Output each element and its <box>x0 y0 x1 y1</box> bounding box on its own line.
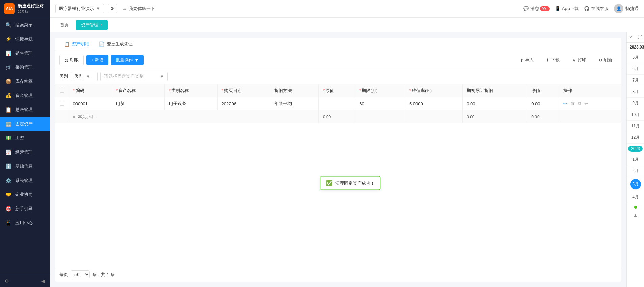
user-action[interactable]: 👤 畅捷通 <box>614 4 639 13</box>
delete-icon[interactable]: 🗑 <box>571 101 575 106</box>
sidebar-item-label: 库存核算 <box>15 78 33 85</box>
tip-text: 我要体验一下 <box>129 6 155 12</box>
th-buy-date: *购买日期 <box>217 84 270 97</box>
month-11[interactable]: 11月 <box>627 121 644 132</box>
app-download-action[interactable]: 📱 App下载 <box>555 6 579 12</box>
sidebar-item-ledger[interactable]: 📋 总账管理 <box>0 103 50 117</box>
sidebar-item-guide[interactable]: 🎯 新手引导 <box>0 202 50 216</box>
th-checkbox <box>55 84 69 97</box>
filter-input-arrow-icon: ▼ <box>160 74 164 79</box>
print-icon: 🖨 <box>572 58 576 63</box>
sub-tab-voucher[interactable]: 📄 变更生成凭证 <box>94 38 137 51</box>
edit-icon[interactable]: ✏ <box>563 101 567 106</box>
toolbar: ⚖ 对账 + 新增 批量操作 ▼ ⬆ 导入 <box>55 51 621 69</box>
system-icon: ⚙️ <box>5 178 12 184</box>
month-12[interactable]: 12月 <box>627 132 644 144</box>
batch-button[interactable]: 批量操作 ▼ <box>111 55 144 65</box>
batch-label: 批量操作 <box>116 57 133 63</box>
settings-bottom-icon[interactable]: ⚙ <box>5 278 9 284</box>
month-dot-icon <box>634 206 637 209</box>
table-row: 000001 电脑 电子设备 202206 年限平均 60 5.0000 0.0… <box>55 97 621 110</box>
month-9[interactable]: 9月 <box>627 98 644 109</box>
th-residual-rate: *残值率(%) <box>405 84 462 97</box>
th-action: 操作 <box>559 84 621 97</box>
th-net-value: 净值 <box>527 84 559 97</box>
sidebar-logo: AtA 畅捷通好业财 普及版 <box>0 0 50 18</box>
collapse-icon[interactable]: ◀ <box>41 278 45 284</box>
account-button[interactable]: ⚖ 对账 <box>59 55 84 65</box>
message-action[interactable]: 💬 消息 99+ <box>523 6 550 12</box>
message-badge: 99+ <box>540 6 550 11</box>
td-subtotal-period-empty <box>355 110 405 123</box>
sidebar-item-sales[interactable]: 📊 销售管理 <box>0 46 50 60</box>
print-button[interactable]: 🖨 打印 <box>567 55 591 65</box>
enterprise-icon: 🤝 <box>5 192 12 198</box>
batch-arrow-icon: ▼ <box>134 58 139 63</box>
sidebar-item-funds[interactable]: 💰 资金管理 <box>0 89 50 103</box>
td-buy-date: 202206 <box>217 97 270 110</box>
month-up-icon[interactable]: ▲ <box>633 213 638 218</box>
online-service-action[interactable]: 🎧 在线客服 <box>584 6 609 12</box>
sidebar-item-operations[interactable]: 📈 经营管理 <box>0 145 50 159</box>
sidebar-item-label: 采购管理 <box>15 64 33 70</box>
th-period: *期限(月) <box>355 84 405 97</box>
td-code: 000001 <box>69 97 112 110</box>
month-4[interactable]: 4月 <box>627 192 644 203</box>
td-name: 电脑 <box>112 97 165 110</box>
company-selector[interactable]: 医疗器械行业演示 ▼ <box>55 4 104 13</box>
panel-expand-icon[interactable]: ⛶ <box>638 35 642 40</box>
tab-asset-mgmt[interactable]: 资产管理 × <box>76 20 108 30</box>
tab-close-icon[interactable]: × <box>100 23 103 27</box>
category-input[interactable]: 请选择固定资产类别 ▼ <box>100 72 168 81</box>
quick-nav-icon: ⚡ <box>5 36 12 42</box>
tab-asset-label: 资产管理 <box>81 22 98 28</box>
per-page-label: 每页 <box>59 272 68 278</box>
sidebar-item-enterprise[interactable]: 🤝 企业协同 <box>0 188 50 202</box>
right-panel: ✕ ⛶ 2023.03 5月 6月 7月 8月 9月 10月 11月 12月 2… <box>626 32 644 287</box>
header-checkbox[interactable] <box>60 88 64 93</box>
new-button[interactable]: + 新增 <box>86 55 108 65</box>
sidebar-item-system[interactable]: ⚙️ 系统管理 <box>0 173 50 188</box>
month-2[interactable]: 2月 <box>627 165 644 177</box>
month-1[interactable]: 1月 <box>627 154 644 165</box>
settings-button[interactable]: ⚙ <box>108 4 117 13</box>
month-8[interactable]: 8月 <box>627 86 644 98</box>
sidebar-item-search[interactable]: 🔍 搜索菜单 <box>0 18 50 32</box>
export-button[interactable]: ⬆ 导入 <box>515 55 539 65</box>
download-button[interactable]: ⬇ 下载 <box>541 55 564 65</box>
sidebar-item-basic-info[interactable]: ℹ️ 基础信息 <box>0 159 50 173</box>
category-select[interactable]: 类别 ▼ <box>71 72 98 81</box>
month-10[interactable]: 10月 <box>627 109 644 121</box>
month-6[interactable]: 6月 <box>627 63 644 75</box>
sidebar-item-app-center[interactable]: 📱 应用中心 <box>0 216 50 230</box>
tab-home[interactable]: 首页 <box>55 20 73 30</box>
sidebar-item-fixed-assets[interactable]: 🏢 固定资产 <box>0 117 50 131</box>
row-checkbox[interactable] <box>60 101 64 106</box>
month-7[interactable]: 7月 <box>627 75 644 86</box>
month-3-active[interactable]: 3月 <box>630 179 641 190</box>
refresh-icon: ↻ <box>599 58 602 63</box>
sidebar-bottom: ⚙ ◀ <box>0 275 50 287</box>
sub-tab-asset-detail[interactable]: 📋 资产明细 <box>59 38 94 51</box>
fixed-assets-icon: 🏢 <box>5 121 12 127</box>
page-size-select[interactable]: 50 100 200 <box>71 270 90 278</box>
td-subtotal-rate-empty <box>405 110 462 123</box>
tip-bar: ☁ 我要体验一下 <box>122 6 155 12</box>
basic-info-icon: ℹ️ <box>5 163 12 169</box>
table-header-row: *编码 *资产名称 *类别名称 *购买日期 折旧方法 *原值 *期限(月) *残… <box>55 84 621 97</box>
more-icon[interactable]: ↩ <box>584 101 588 106</box>
sidebar-item-quick-nav[interactable]: ⚡ 快捷导航 <box>0 32 50 46</box>
sidebar-scroll: 🔍 搜索菜单 ⚡ 快捷导航 📊 销售管理 🛒 采购管理 📦 库存核算 💰 资金管… <box>0 18 50 275</box>
sidebar-item-purchase[interactable]: 🛒 采购管理 <box>0 60 50 74</box>
sidebar-item-salary[interactable]: 💵 工资 <box>0 131 50 145</box>
panel-close-icon[interactable]: ✕ <box>629 35 632 40</box>
refresh-button[interactable]: ↻ 刷新 <box>594 55 617 65</box>
toast-message: 清理固定资产成功！ <box>335 180 375 186</box>
sidebar-item-inventory[interactable]: 📦 库存核算 <box>0 74 50 89</box>
month-5[interactable]: 5月 <box>627 52 644 63</box>
company-name: 医疗器械行业演示 <box>59 6 94 12</box>
copy-icon[interactable]: ⧉ <box>578 101 581 106</box>
subtotal-icon: ■ <box>73 114 75 119</box>
topbar-actions: 💬 消息 99+ 📱 App下载 🎧 在线客服 👤 畅捷通 <box>523 4 639 13</box>
toolbar-right: ⬆ 导入 ⬇ 下载 🖨 打印 ↻ 刷新 <box>515 55 617 65</box>
